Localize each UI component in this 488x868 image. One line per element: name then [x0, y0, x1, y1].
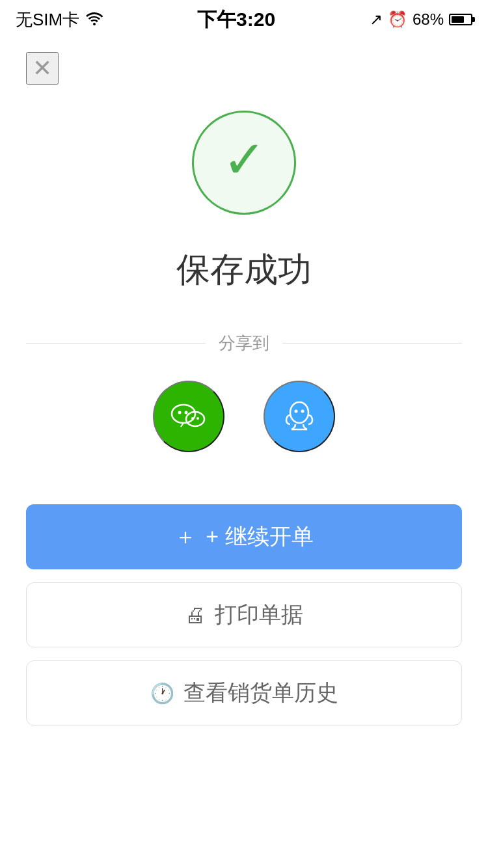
success-icon-circle: ✓ — [192, 111, 296, 215]
svg-point-2 — [178, 411, 182, 414]
svg-point-7 — [295, 410, 298, 413]
share-icons-container — [153, 381, 335, 452]
checkmark-icon: ✓ — [223, 134, 266, 186]
history-label: 查看销货单历史 — [183, 678, 338, 708]
svg-point-4 — [191, 417, 194, 420]
status-time: 下午3:20 — [103, 7, 370, 33]
svg-point-5 — [197, 417, 199, 420]
plus-icon: ＋ — [174, 522, 197, 552]
printer-icon: 🖨 — [185, 603, 206, 627]
status-right: ↗ ⏰ 68% — [370, 10, 472, 29]
svg-point-6 — [290, 402, 308, 423]
history-button[interactable]: 🕐 查看销货单历史 — [26, 660, 462, 726]
location-icon: ↗ — [370, 10, 383, 29]
carrier-text: 无SIM卡 — [16, 8, 79, 31]
share-divider: 分享到 — [26, 332, 462, 355]
clock-icon: 🕐 — [150, 682, 174, 705]
svg-point-3 — [185, 411, 188, 414]
buttons-container: ＋ + 继续开单 🖨 打印单据 🕐 查看销货单历史 — [26, 504, 462, 726]
share-label: 分享到 — [219, 332, 269, 355]
qq-share-button[interactable] — [264, 381, 335, 452]
print-label: 打印单据 — [215, 600, 303, 630]
divider-right — [282, 343, 462, 344]
qq-icon — [280, 397, 319, 436]
battery-icon — [449, 14, 472, 25]
battery-text: 68% — [413, 10, 444, 29]
status-left: 无SIM卡 — [16, 8, 103, 31]
divider-left — [26, 343, 206, 344]
close-icon: ✕ — [33, 55, 52, 82]
close-button[interactable]: ✕ — [26, 52, 59, 85]
svg-point-8 — [301, 410, 305, 413]
status-bar: 无SIM卡 下午3:20 ↗ ⏰ 68% — [0, 0, 488, 39]
success-title: 保存成功 — [176, 247, 312, 293]
alarm-icon: ⏰ — [388, 10, 407, 29]
main-content: ✕ ✓ 保存成功 分享到 — [0, 39, 488, 868]
continue-order-button[interactable]: ＋ + 继续开单 — [26, 504, 462, 569]
print-button[interactable]: 🖨 打印单据 — [26, 582, 462, 647]
continue-order-label: + 继续开单 — [206, 522, 313, 552]
svg-point-0 — [172, 405, 195, 423]
wifi-icon — [86, 10, 103, 30]
wechat-share-button[interactable] — [153, 381, 224, 452]
wechat-icon — [169, 397, 208, 436]
